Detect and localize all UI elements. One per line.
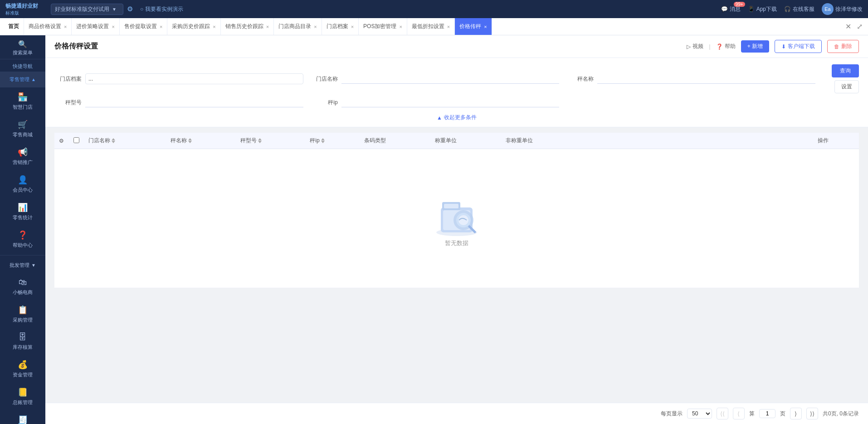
video-link[interactable]: ▷ 视频 xyxy=(687,43,703,50)
scale-ip-input[interactable] xyxy=(341,98,560,107)
app-download-label: App下载 xyxy=(756,5,777,13)
sidebar-item-smart-store[interactable]: 🏪 智慧门店 xyxy=(0,87,45,115)
sidebar-item-retail-stats[interactable]: 📊 零售统计 xyxy=(0,198,45,226)
content-area: 价格传秤设置 ▷ 视频 | ❓ 帮助 + 新增 ⬇ 客户端下载 xyxy=(45,35,868,424)
tab-purchase-strategy[interactable]: 进价策略设置 × xyxy=(72,18,119,35)
version-select[interactable]: 好业财标准版交付试用 ▼ xyxy=(51,4,123,15)
tab-close-icon[interactable]: × xyxy=(64,24,67,29)
headset-icon: 🎧 xyxy=(784,6,791,12)
tab-price-setting[interactable]: 商品价格设置 × xyxy=(24,18,72,35)
tab-store-catalog[interactable]: 门店商品目录 × xyxy=(274,18,322,35)
sort-icon xyxy=(321,138,325,143)
quick-nav-label[interactable]: 快捷导航 xyxy=(0,59,45,72)
th-scale-ip[interactable]: 秤ip xyxy=(305,133,360,149)
check-all-checkbox[interactable] xyxy=(73,137,79,143)
tab-close-icon[interactable]: × xyxy=(399,24,402,29)
scale-model-input[interactable] xyxy=(85,98,303,107)
delete-button[interactable]: 🗑 删除 xyxy=(827,40,859,53)
store-icon: 🏪 xyxy=(18,92,28,102)
prev-page-btn[interactable]: ⟨ xyxy=(733,408,745,419)
tab-close-icon[interactable]: × xyxy=(213,24,215,29)
sidebar-item-inventory[interactable]: 🗄 库存核算 xyxy=(0,328,45,355)
download-button[interactable]: ⬇ 客户端下载 xyxy=(775,40,822,53)
sidebar-item-retail-mall[interactable]: 🛒 零售商城 xyxy=(0,115,45,143)
sidebar-item-help[interactable]: ❓ 帮助中心 xyxy=(0,226,45,253)
app-download-btn[interactable]: 📱 App下载 xyxy=(748,5,777,13)
table-header: ⚙ 门店名称 xyxy=(54,133,859,149)
tab-close-icon[interactable]: × xyxy=(351,24,354,29)
query-button[interactable]: 查询 xyxy=(832,64,859,77)
tab-close-icon[interactable]: × xyxy=(112,24,114,29)
tab-close-icon[interactable]: × xyxy=(447,24,450,29)
tab-close-icon[interactable]: × xyxy=(160,24,162,29)
store-name-input[interactable] xyxy=(341,74,560,84)
maximize-tab-btn[interactable]: ⤢ xyxy=(855,22,864,31)
add-button[interactable]: + 新增 xyxy=(741,40,769,53)
invoice-icon: 🧾 xyxy=(18,415,28,424)
scale-name-input[interactable] xyxy=(597,74,815,84)
search-label: 搜索菜单 xyxy=(13,49,33,56)
page-unit: 页 xyxy=(780,410,785,418)
settings-icon[interactable]: ⚙ xyxy=(127,5,133,13)
th-scale-model[interactable]: 秤型号 xyxy=(236,133,306,149)
th-barcode-type: 条码类型 xyxy=(360,133,430,149)
sidebar-item-finance[interactable]: 💰 资金管理 xyxy=(0,355,45,383)
svg-rect-8 xyxy=(444,204,458,208)
tab-min-discount[interactable]: 最低折扣设置 × xyxy=(407,18,455,35)
logo-area: 畅捷通好业财 标准版 xyxy=(5,2,46,16)
help-link[interactable]: ❓ 帮助 xyxy=(716,43,736,50)
arrow-icon: ▲ xyxy=(31,77,36,82)
tab-close-icon[interactable]: × xyxy=(314,24,317,29)
next-page-btn[interactable]: ⟩ xyxy=(790,408,802,419)
tab-close-icon[interactable]: × xyxy=(484,24,487,29)
tab-sale-price[interactable]: 售价提取设置 × xyxy=(120,18,167,35)
sidebar-item-xiaochang[interactable]: 🛍 小畅电商 xyxy=(0,273,45,300)
filter-store-file: 门店档案 ... xyxy=(54,73,303,84)
user-initials: Ea xyxy=(824,6,830,12)
tab-sale-history[interactable]: 销售历史价跟踪 × xyxy=(221,18,274,35)
page-title: 价格传秤设置 xyxy=(54,42,98,51)
main-layout: 🔍 搜索菜单 快捷导航 零售管理 ▲ 🏪 智慧门店 🛒 零售商城 📢 营销推广 … xyxy=(0,35,868,424)
sidebar-item-ledger[interactable]: 📒 总账管理 xyxy=(0,383,45,410)
tab-store-file[interactable]: 门店档案 × xyxy=(322,18,359,35)
scale-model-label: 秤型号 xyxy=(54,99,82,106)
user-area[interactable]: Ea 徐泽华修改 xyxy=(822,3,863,15)
th-scale-name[interactable]: 秤名称 xyxy=(166,133,236,149)
top-bar: 畅捷通好业财 标准版 好业财标准版交付试用 ▼ ⚙ ○ 我要看实例演示 💬 消息… xyxy=(0,0,868,18)
sidebar-item-wholesale[interactable]: 批发管理 ▼ xyxy=(0,257,45,273)
demo-link[interactable]: ○ 我要看实例演示 xyxy=(140,5,183,13)
sidebar-item-invoice[interactable]: 🧾 发票管理 xyxy=(0,410,45,424)
store-file-input[interactable]: ... xyxy=(85,73,303,84)
sidebar-item-marketing[interactable]: 📢 营销推广 xyxy=(0,143,45,170)
message-btn[interactable]: 💬 消息 99+ xyxy=(721,5,741,13)
ledger-icon: 📒 xyxy=(18,387,28,397)
tab-home[interactable]: 首页 xyxy=(4,18,24,35)
th-store-name[interactable]: 门店名称 xyxy=(84,133,166,149)
collapse-icon: ▲ xyxy=(437,115,442,121)
setting-filter-button[interactable]: 设置 xyxy=(834,80,859,93)
sidebar-search-btn[interactable]: 🔍 搜索菜单 xyxy=(0,35,45,59)
tab-purchase-history[interactable]: 采购历史价跟踪 × xyxy=(167,18,220,35)
last-page-btn[interactable]: ⟩⟩ xyxy=(806,408,818,419)
per-page-select[interactable]: 50 10 20 100 xyxy=(687,409,712,419)
sidebar-item-retail[interactable]: 零售管理 ▲ xyxy=(0,72,45,87)
collapse-more-btn[interactable]: ▲ 收起更多条件 xyxy=(437,114,477,121)
sidebar-item-purchase[interactable]: 📋 采购管理 xyxy=(0,300,45,328)
th-check[interactable] xyxy=(69,133,84,149)
message-icon: 💬 xyxy=(721,6,728,12)
online-service-btn[interactable]: 🎧 在线客服 xyxy=(784,5,814,13)
close-tab-btn[interactable]: ✕ xyxy=(844,22,853,31)
help-icon: ❓ xyxy=(18,230,28,240)
first-page-btn[interactable]: ⟨⟨ xyxy=(717,408,728,419)
first-page-icon: ⟨⟨ xyxy=(720,410,725,417)
xiaochang-icon: 🛍 xyxy=(19,278,27,287)
download-icon: ⬇ xyxy=(781,43,786,50)
tab-close-icon[interactable]: × xyxy=(266,24,269,29)
page-input[interactable] xyxy=(759,409,775,418)
filter-row-2: 秤型号 秤ip xyxy=(54,98,859,107)
sidebar-item-member[interactable]: 👤 会员中心 xyxy=(0,170,45,198)
tab-pos[interactable]: POS加密管理 × xyxy=(359,18,407,35)
logo-sub: 标准版 xyxy=(5,10,46,16)
tab-price-scale[interactable]: 价格传秤 × xyxy=(455,18,492,35)
th-gear[interactable]: ⚙ xyxy=(54,133,69,149)
